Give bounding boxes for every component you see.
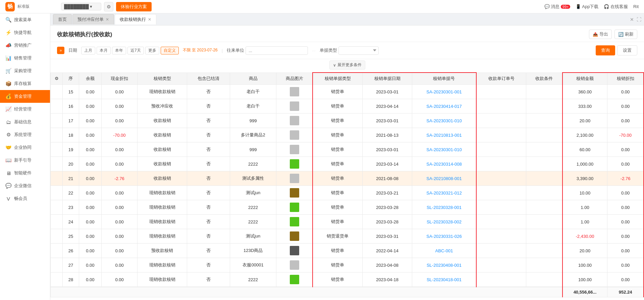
cell-verify-bill-no[interactable]: SL-20230328-001 xyxy=(412,200,476,215)
sidebar-item-hardware[interactable]: 🖥 智能硬件 xyxy=(0,167,50,179)
cell-gear[interactable] xyxy=(51,128,63,142)
gear-button[interactable]: ⚙ xyxy=(104,2,113,11)
date-tag-7days[interactable]: 近7天 xyxy=(127,47,144,54)
sidebar-item-system[interactable]: ⚙ 系统管理 xyxy=(0,128,50,141)
company-selector[interactable]: ████████ ▾ xyxy=(61,3,101,10)
table-row[interactable]: 17 0.00 0.00 收款核销 否 999 销货单 2023-03-01 S… xyxy=(51,114,644,128)
cell-gear[interactable] xyxy=(51,272,63,287)
verify-bill-no-link[interactable]: SA-20210813-001 xyxy=(426,133,462,138)
cell-verify-bill-no[interactable]: SA-20230414-017 xyxy=(412,99,476,114)
date-tag-this-month[interactable]: 本月 xyxy=(97,47,111,54)
verify-bill-no-link[interactable]: SA-20230301-001 xyxy=(426,89,462,94)
cell-verify-bill-no[interactable]: SA-20210808-001 xyxy=(412,171,476,186)
tab-home[interactable]: 首页 xyxy=(53,14,72,25)
table-row[interactable]: 16 0.00 0.00 预收冲应收 否 老白干 销货单 2023-04-14 … xyxy=(51,99,644,114)
verify-bill-no-link[interactable]: SA-20230321-012 xyxy=(426,190,462,196)
sidebar-item-operations[interactable]: 📈 经营管理 xyxy=(0,103,50,116)
settings-button[interactable]: 设置 xyxy=(617,45,637,55)
export-button[interactable]: 📤 导出 xyxy=(589,30,612,39)
partner-input[interactable] xyxy=(246,46,308,55)
cell-gear[interactable] xyxy=(51,142,63,157)
tab-close-all[interactable]: ✕ xyxy=(630,17,634,22)
verify-bill-no-link[interactable]: SA-20230301-010 xyxy=(426,147,462,152)
cell-verify-bill-no[interactable]: SA-20230301-010 xyxy=(412,142,476,157)
tab-receipt-verify[interactable]: 收款核销执行 ✕ xyxy=(115,14,156,25)
date-tag-last-month[interactable]: 上月 xyxy=(81,47,95,54)
cell-verify-bill-no[interactable]: SL-20230328-002 xyxy=(412,215,476,229)
cell-gear[interactable] xyxy=(51,244,63,258)
cell-verify-bill-no[interactable]: SA-20230301-001 xyxy=(412,85,476,99)
table-row[interactable]: 28 0.00 0.00 现销收款核销 否 2222 销货单 2023-04-1… xyxy=(51,272,644,287)
table-row[interactable]: 18 0.00 -70.00 收款核销 否 多计量商品2 销货单 2021-08… xyxy=(51,128,644,142)
cell-verify-bill-no[interactable]: SA-20210813-001 xyxy=(412,128,476,142)
date-tag-this-year[interactable]: 本年 xyxy=(112,47,126,54)
tab-prepay[interactable]: 预付冲应付单 ✕ xyxy=(72,14,114,25)
sidebar-item-basicinfo[interactable]: 🗂 基础信息 xyxy=(0,116,50,128)
verify-bill-no-link[interactable]: SA-20230331-026 xyxy=(426,234,462,239)
online-service[interactable]: 🎧 在线客服 xyxy=(604,4,628,10)
user-name[interactable]: Rit xyxy=(633,4,639,9)
verify-bill-no-link[interactable]: SA-20230301-010 xyxy=(426,118,462,123)
verify-bill-no-link[interactable]: ABC-001 xyxy=(435,248,453,253)
sidebar-item-inventory[interactable]: 📦 库存核算 xyxy=(0,77,50,90)
cell-verify-bill-no[interactable]: ABC-001 xyxy=(412,244,476,258)
cell-verify-bill-no[interactable]: SA-20230301-010 xyxy=(412,114,476,128)
industry-button[interactable]: 休验行业方案 xyxy=(116,2,152,11)
table-row[interactable]: 19 0.00 0.00 收款核销 否 999 销货单 2023-03-01 S… xyxy=(51,142,644,157)
table-row[interactable]: 15 0.00 0.00 现销收款核销 否 老白干 销货单 2023-03-01… xyxy=(51,85,644,99)
sidebar-item-marketing[interactable]: 📣 营销推广 xyxy=(0,39,50,52)
search-button[interactable]: 查询 xyxy=(596,45,615,55)
tab-prepay-close[interactable]: ✕ xyxy=(106,17,109,22)
cell-gear[interactable] xyxy=(51,186,63,200)
verify-bill-no-link[interactable]: SA-20230314-008 xyxy=(426,162,462,167)
cell-gear[interactable] xyxy=(51,114,63,128)
table-row[interactable]: 21 0.00 -2.76 收款核销 否 测试多属性 销货单 2021-08-0… xyxy=(51,171,644,186)
sidebar-item-finance[interactable]: 💰 资金管理 xyxy=(0,90,50,103)
app-download[interactable]: 📱 App下载 xyxy=(576,4,598,10)
sidebar-item-purchase[interactable]: 🛒 采购管理 xyxy=(0,65,50,77)
verify-bill-no-link[interactable]: SA-20210808-001 xyxy=(426,176,462,181)
cell-gear[interactable] xyxy=(51,258,63,272)
sidebar-item-enterprise[interactable]: 🤝 企业协同 xyxy=(0,141,50,154)
tab-receipt-verify-close[interactable]: ✕ xyxy=(148,17,151,22)
table-row[interactable]: 20 0.00 0.00 收款核销 否 2222 销货单 2023-03-14 … xyxy=(51,157,644,171)
verify-bill-no-link[interactable]: SA-20230414-017 xyxy=(426,104,462,109)
cell-gear[interactable] xyxy=(51,229,63,244)
cell-verify-bill-no[interactable]: SA-20230314-008 xyxy=(412,157,476,171)
sidebar-item-search[interactable]: 🔍 搜索菜单 xyxy=(0,13,50,26)
cell-gear[interactable] xyxy=(51,171,63,186)
cell-gear[interactable] xyxy=(51,99,63,114)
sidebar-item-wechat[interactable]: 💬 企业微信 xyxy=(0,179,50,192)
cell-gear[interactable] xyxy=(51,157,63,171)
table-row[interactable]: 26 0.00 0.00 预收款核销 否 123D商品 销货单 2022-04-… xyxy=(51,244,644,258)
message-area[interactable]: 💬 消息 99+ xyxy=(544,4,571,10)
table-row[interactable]: 23 0.00 0.00 现销收款核销 否 2222 销货单 2023-03-2… xyxy=(51,200,644,215)
verify-bill-no-link[interactable]: SL-20230328-001 xyxy=(427,205,462,210)
date-tag-more[interactable]: 更多 xyxy=(145,47,159,54)
voucher-type-select[interactable] xyxy=(338,46,379,55)
sidebar-item-vip[interactable]: V 畅会员 xyxy=(0,192,50,205)
verify-bill-no-link[interactable]: SL-20230328-002 xyxy=(427,219,462,224)
table-row[interactable]: 25 0.00 0.00 现销收款核销 否 测试jun 销货退货单 2023-0… xyxy=(51,229,644,244)
tab-expand[interactable]: ⛶ xyxy=(637,17,641,22)
verify-bill-no-link[interactable]: SL-20230418-001 xyxy=(427,277,462,282)
sidebar-item-guide[interactable]: 📖 新手引导 xyxy=(0,154,50,167)
table-row[interactable]: 27 0.00 0.00 现销收款核销 否 衣服00001 销货单 2023-0… xyxy=(51,258,644,272)
th-gear[interactable]: ⚙ xyxy=(51,73,63,85)
filter-toggle-button[interactable]: » xyxy=(57,47,64,54)
cell-verify-bill-no[interactable]: SA-20230321-012 xyxy=(412,186,476,200)
table-row[interactable]: 24 0.00 0.00 现销收款核销 否 2222 销货单 2023-03-2… xyxy=(51,215,644,229)
cell-verify-bill-no[interactable]: SA-20230331-026 xyxy=(412,229,476,244)
cell-gear[interactable] xyxy=(51,200,63,215)
cell-verify-bill-no[interactable]: SL-20230418-001 xyxy=(412,272,476,287)
date-tag-custom[interactable]: 自定义 xyxy=(161,47,179,54)
cell-gear[interactable] xyxy=(51,215,63,229)
sidebar-item-sales[interactable]: 📊 销售管理 xyxy=(0,52,50,65)
cell-gear[interactable] xyxy=(51,85,63,99)
verify-bill-no-link[interactable]: SL-20230408-001 xyxy=(427,263,462,268)
sidebar-item-quicknav[interactable]: ⚡ 快捷导航 xyxy=(0,26,50,39)
expand-more-button[interactable]: ∨ 展开更多条件 xyxy=(329,60,365,70)
table-row[interactable]: 22 0.00 0.00 现销收款核销 否 测试jun 销货单 2023-03-… xyxy=(51,186,644,200)
refresh-button[interactable]: 🔄 刷新 xyxy=(614,30,637,39)
cell-verify-bill-no[interactable]: SL-20230408-001 xyxy=(412,258,476,272)
